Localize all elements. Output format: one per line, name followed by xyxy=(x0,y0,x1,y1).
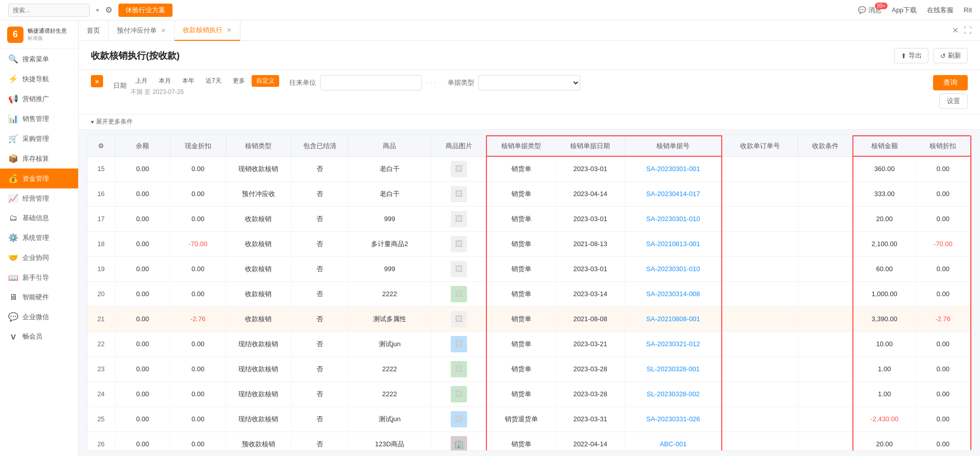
cancel-bill-link[interactable]: SA-20230414-017 xyxy=(646,190,700,198)
product-image: 🖼 xyxy=(451,311,467,327)
sidebar-item-system[interactable]: ⚙️ 系统管理 xyxy=(0,228,78,248)
table-header-row: ⚙ 余额 现金折扣 核销类型 包含已结清 商品 商品图片 核销单据类型 核销单据… xyxy=(87,136,971,156)
logo-sub: 标准版 xyxy=(28,35,67,42)
td-balance: 0.00 xyxy=(115,406,170,431)
cancel-bill-link[interactable]: SA-20210808-001 xyxy=(646,315,700,323)
td-receipt-condition xyxy=(798,181,853,206)
last-7-days-btn[interactable]: 近7天 xyxy=(201,75,226,87)
sidebar-item-purchase[interactable]: 🛒 采购管理 xyxy=(0,129,78,149)
cancel-bill-link[interactable]: SA-20230301-010 xyxy=(646,215,700,223)
search-icon: 🔍 xyxy=(8,54,18,64)
sidebar-item-label: 企业协同 xyxy=(22,253,49,262)
sidebar-item-inventory[interactable]: 📦 库存核算 xyxy=(0,149,78,169)
td-includes-settled: 否 xyxy=(291,381,348,406)
cancel-bill-link[interactable]: SL-20230328-002 xyxy=(647,390,700,398)
sidebar-item-label: 快捷导航 xyxy=(22,75,49,84)
table-row: 18 0.00 -70.00 收款核销 否 多计量商品2 🖼 销货单 2021-… xyxy=(87,231,971,256)
expand-tab-icon[interactable]: ⛶ xyxy=(964,26,972,35)
sidebar-item-finance[interactable]: 💰 资金管理 xyxy=(0,169,78,188)
th-seq: ⚙ xyxy=(87,136,115,156)
td-balance: 0.00 xyxy=(115,181,170,206)
app-download-link[interactable]: App下载 xyxy=(892,6,917,15)
gear-icon[interactable]: ⚙ xyxy=(105,5,112,15)
main-layout: 6 畅捷通谱好生意 标准版 🔍 搜索菜单 ⚡ 快捷导航 📢 营销推广 📊 销售管… xyxy=(0,20,980,456)
tab-home[interactable]: 首页 xyxy=(79,20,109,41)
sidebar-item-search[interactable]: 🔍 搜索菜单 xyxy=(0,49,78,69)
this-month-btn[interactable]: 本月 xyxy=(154,75,176,87)
cancel-bill-link[interactable]: ABC-001 xyxy=(659,440,687,448)
td-cancel-bill-date: 2023-03-28 xyxy=(556,356,625,381)
td-includes-settled: 否 xyxy=(291,431,348,451)
td-cancel-bill-no: SL-20230328-001 xyxy=(625,356,722,381)
tab-cancel[interactable]: 收款核销执行 ✕ xyxy=(175,20,240,41)
cancel-bill-link[interactable]: SA-20230301-001 xyxy=(646,165,700,173)
td-balance: 0.00 xyxy=(115,356,170,381)
td-receipt-condition xyxy=(798,431,853,451)
sidebar-item-label: 销售管理 xyxy=(22,114,49,124)
export-button[interactable]: ⬆ 导出 xyxy=(894,48,928,63)
sidebar-item-wechat[interactable]: 💬 企业微信 xyxy=(0,307,78,327)
date-filter-group: 日期 上月 本月 本年 近7天 更多 自定义 不限 至 2023-07-26 xyxy=(113,75,279,97)
more-date-btn[interactable]: 更多 xyxy=(228,75,250,87)
industry-solution-button[interactable]: 休验行业方案 xyxy=(118,4,173,17)
td-cancel-discount: 0.00 xyxy=(915,406,971,431)
tab-prepay-close-icon[interactable]: ✕ xyxy=(161,27,166,34)
close-tab-icon[interactable]: ✕ xyxy=(952,26,959,35)
td-cancel-amount: 3,390.00 xyxy=(853,306,915,331)
sidebar-item-label: 营销推广 xyxy=(22,94,49,104)
cancel-bill-link[interactable]: SA-20230314-008 xyxy=(646,290,700,298)
cancel-bill-link[interactable]: SA-20230301-010 xyxy=(646,265,700,273)
sidebar-item-marketing[interactable]: 📢 营销推广 xyxy=(0,89,78,109)
td-balance: 0.00 xyxy=(115,156,170,181)
query-button[interactable]: 查询 xyxy=(933,75,968,90)
td-cancel-discount: 0.00 xyxy=(915,381,971,406)
sidebar-item-label: 经营管理 xyxy=(22,194,49,203)
cancel-bill-link[interactable]: SL-20230328-001 xyxy=(647,365,700,373)
message-badge[interactable]: 💬 消息 99+ xyxy=(858,6,881,15)
cancel-bill-link[interactable]: SA-20230321-012 xyxy=(646,340,700,348)
from-unit-input[interactable] xyxy=(320,75,422,90)
filter-expand-button[interactable]: » xyxy=(91,75,103,87)
sidebar-item-quicknav[interactable]: ⚡ 快捷导航 xyxy=(0,69,78,89)
bill-type-select[interactable] xyxy=(478,75,580,90)
expand-more-button[interactable]: ▾ 展开更多条件 xyxy=(91,117,133,126)
user-label[interactable]: Rit xyxy=(964,6,972,14)
td-cancel-type: 收款核销 xyxy=(226,256,291,281)
cancel-bill-link[interactable]: SA-20230331-026 xyxy=(646,415,700,423)
this-year-btn[interactable]: 本年 xyxy=(178,75,199,87)
td-cancel-amount: 20.00 xyxy=(853,206,915,231)
td-cash-discount: 0.00 xyxy=(170,281,226,306)
custom-date-btn[interactable]: 自定义 xyxy=(252,75,279,87)
tab-cancel-close-icon[interactable]: ✕ xyxy=(227,27,232,34)
online-service-link[interactable]: 在线客服 xyxy=(927,6,953,15)
date-buttons: 上月 本月 本年 近7天 更多 自定义 xyxy=(131,75,279,87)
td-cancel-amount: 10.00 xyxy=(853,331,915,356)
td-product: 999 xyxy=(348,206,431,231)
bill-type-filter-group: 单据类型 xyxy=(448,75,580,90)
td-cash-discount: -70.00 xyxy=(170,231,226,256)
settings-button[interactable]: 设置 xyxy=(939,93,968,109)
sidebar-item-guide[interactable]: 📖 新手引导 xyxy=(0,268,78,287)
product-image: 🖼 xyxy=(451,261,467,277)
th-cancel-type: 核销类型 xyxy=(226,136,291,156)
sidebar-item-hardware[interactable]: 🖥 智能硬件 xyxy=(0,287,78,307)
chevron-down-icon[interactable]: ▾ xyxy=(96,7,99,14)
sidebar-item-sales[interactable]: 📊 销售管理 xyxy=(0,109,78,129)
sidebar-item-label: 系统管理 xyxy=(22,233,49,243)
tab-prepay[interactable]: 预付冲应付单 ✕ xyxy=(109,20,175,41)
refresh-button[interactable]: ↺ 刷新 xyxy=(934,48,968,63)
product-image: 🏢 xyxy=(451,436,467,451)
td-receipt-order-no xyxy=(722,181,798,206)
sidebar-item-operations[interactable]: 📈 经营管理 xyxy=(0,188,78,208)
table-row: 25 0.00 0.00 现结收款核销 否 测试jun 🖼 销货退货单 2023… xyxy=(87,406,971,431)
data-table: ⚙ 余额 现金折扣 核销类型 包含已结清 商品 商品图片 核销单据类型 核销单据… xyxy=(87,135,971,451)
search-input[interactable] xyxy=(8,4,90,17)
sidebar-item-enterprise[interactable]: 🤝 企业协同 xyxy=(0,248,78,268)
sidebar-item-base-info[interactable]: 🗂 基础信息 xyxy=(0,208,78,228)
sidebar-item-member[interactable]: V 畅会员 xyxy=(0,327,78,346)
last-month-btn[interactable]: 上月 xyxy=(131,75,152,87)
cancel-bill-link[interactable]: SA-20210813-001 xyxy=(646,240,700,248)
td-cancel-discount: -70.00 xyxy=(915,231,971,256)
td-cancel-bill-type: 销货退货单 xyxy=(486,406,556,431)
td-cash-discount: 0.00 xyxy=(170,181,226,206)
